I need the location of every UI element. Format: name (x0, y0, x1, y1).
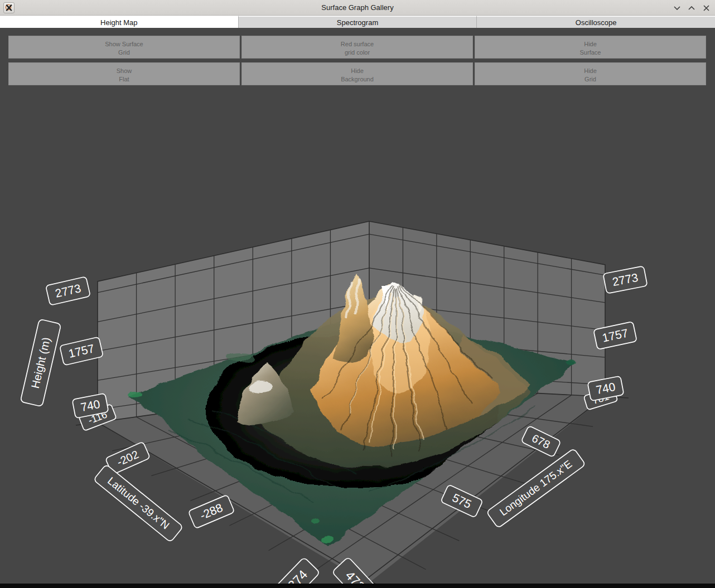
tab-height-map[interactable]: Height Map (0, 16, 238, 28)
surface-plot-canvas[interactable]: -116 781 2773 1757 740 Height (m) 2773 (0, 0, 715, 588)
window-title: Surface Graph Gallery (0, 3, 715, 12)
tab-spectrogram[interactable]: Spectrogram (238, 16, 477, 28)
button-label-line1: Show (9, 67, 239, 75)
bottom-edge-bar (0, 584, 715, 588)
button-label-line1: Red surface (242, 40, 472, 48)
button-label-line2: Surface (475, 48, 706, 57)
tab-bar: Height Map Spectrogram Oscilloscope (0, 16, 715, 28)
red-surface-grid-color-button[interactable]: Red surface grid color (241, 36, 473, 59)
toolbar: Show Surface Grid Red surface grid color… (0, 36, 715, 85)
button-label-line2: Background (242, 75, 472, 84)
close-icon (703, 5, 709, 11)
button-label-line2: grid color (242, 48, 472, 57)
minimize-button[interactable] (673, 3, 682, 12)
button-label-line1: Hide (475, 67, 706, 75)
button-label-line1: Show Surface (9, 40, 239, 48)
hide-surface-button[interactable]: Hide Surface (475, 36, 706, 59)
show-surface-grid-button[interactable]: Show Surface Grid (8, 36, 240, 59)
button-label-line2: Grid (9, 48, 239, 57)
hide-background-button[interactable]: Hide Background (241, 62, 473, 85)
chevron-up-icon (688, 6, 695, 10)
title-bar: Surface Graph Gallery (0, 0, 715, 16)
button-label-line1: Hide (242, 67, 472, 75)
chevron-down-icon (674, 6, 680, 10)
maximize-button[interactable] (687, 3, 696, 12)
button-label-line2: Flat (9, 75, 239, 84)
show-flat-button[interactable]: Show Flat (8, 62, 240, 85)
button-label-line2: Grid (475, 75, 706, 84)
close-button[interactable] (702, 3, 711, 12)
hide-grid-button[interactable]: Hide Grid (475, 62, 706, 85)
tab-oscilloscope[interactable]: Oscilloscope (476, 16, 715, 28)
button-label-line1: Hide (475, 40, 706, 48)
